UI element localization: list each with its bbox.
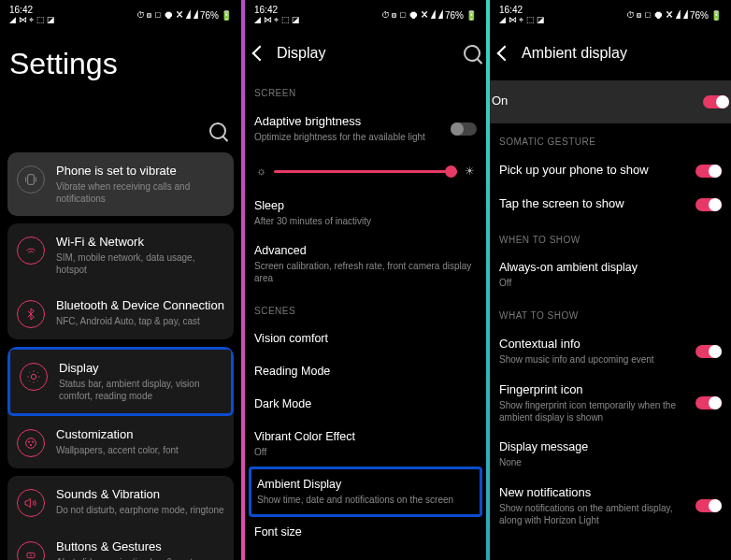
header: Display [245, 30, 486, 75]
vibrate-icon [17, 165, 45, 194]
sleep-row[interactable]: SleepAfter 30 minutes of inactivity [252, 191, 479, 236]
contextual-row[interactable]: Contextual infoShow music info and upcom… [497, 328, 724, 374]
brightness-slider-row: ☼ ☀ [252, 151, 479, 191]
bluetooth-icon [17, 300, 45, 328]
gestures-icon [17, 541, 45, 560]
buttons-row[interactable]: Buttons & GesturesAlert slider, navigati… [7, 528, 234, 560]
svg-point-5 [30, 444, 31, 445]
customization-icon [17, 429, 45, 457]
display-row[interactable]: DisplayStatus bar, ambient display, visi… [7, 347, 234, 416]
sounds-row[interactable]: Sounds & VibrationDo not disturb, earpho… [7, 476, 234, 528]
on-toggle-row[interactable]: On [490, 80, 731, 123]
customization-row[interactable]: CustomizationWallpapers, accent color, f… [7, 416, 234, 468]
search-icon[interactable] [209, 122, 226, 139]
back-icon[interactable] [252, 46, 268, 62]
display-screen: 16:42 ◢ ⋈ ⌖ ⬚ ◪ ⏱ ▧ ⬚ ⯃ ✕ ◢ ◢ 76%🔋 Displ… [245, 0, 486, 560]
ambient-display-row[interactable]: Ambient DisplayShow time, date and notif… [249, 467, 482, 517]
display-message-row[interactable]: Display messageNone [497, 432, 724, 477]
wifi-icon [17, 237, 45, 265]
brightness-slider[interactable] [274, 170, 457, 173]
svg-point-2 [26, 438, 36, 449]
notifications-toggle[interactable] [695, 499, 722, 512]
sun-low-icon: ☼ [256, 165, 266, 178]
settings-screen: 16:42 ◢ ⋈ ⌖ ⬚ ◪ ⏱ ▧ ⬚ ⯃ ✕ ◢ ◢ 76%🔋 Setti… [0, 0, 241, 560]
display-icon [20, 363, 48, 391]
svg-point-3 [28, 441, 29, 442]
always-on-row[interactable]: Always-on ambient displayOff [497, 252, 724, 297]
adaptive-brightness-row[interactable]: Adaptive brightnessOptimize brightness f… [252, 106, 479, 151]
svg-point-1 [31, 374, 36, 379]
back-icon[interactable] [497, 46, 513, 62]
bluetooth-row[interactable]: Bluetooth & Device ConnectionNFC, Androi… [7, 287, 234, 339]
ambient-display-screen: 16:42 ◢ ⋈ ⌖ ⬚ ◪ ⏱ ▧ ⬚ ⯃ ✕ ◢ ◢ 76%🔋 Ambie… [490, 0, 731, 560]
svg-point-4 [32, 441, 33, 442]
pickup-row[interactable]: Pick up your phone to show [497, 154, 724, 188]
header: Ambient display [490, 30, 731, 75]
new-notifications-row[interactable]: New notificationsShow notifications on t… [497, 477, 724, 535]
font-size-row[interactable]: Font size [252, 517, 479, 550]
on-toggle[interactable] [703, 95, 729, 108]
fingerprint-row[interactable]: Fingerprint iconShow fingerprint icon te… [497, 374, 724, 432]
vision-comfort-row[interactable]: Vision comfort [252, 323, 479, 356]
wifi-row[interactable]: Wi-Fi & NetworkSIM, mobile network, data… [7, 223, 234, 287]
reading-mode-row[interactable]: Reading Mode [252, 356, 479, 389]
tap-toggle[interactable] [695, 198, 722, 211]
svg-rect-0 [28, 175, 35, 185]
sun-high-icon: ☀ [465, 165, 475, 178]
advanced-row[interactable]: AdvancedScreen calibration, refresh rate… [252, 236, 479, 293]
pickup-toggle[interactable] [695, 165, 722, 178]
status-bar: 16:42 ◢ ⋈ ⌖ ⬚ ◪ ⏱ ▧ ⬚ ⯃ ✕ ◢ ◢ 76%🔋 [0, 0, 241, 30]
status-bar: 16:42 ◢ ⋈ ⌖ ⬚ ◪ ⏱ ▧ ⬚ ⯃ ✕ ◢ ◢ 76%🔋 [490, 0, 731, 30]
sound-icon [17, 489, 45, 517]
search-icon[interactable] [464, 45, 480, 62]
vibrant-color-row[interactable]: Vibrant Color EffectOff [252, 422, 479, 467]
fingerprint-toggle[interactable] [695, 396, 722, 409]
tap-row[interactable]: Tap the screen to show [497, 188, 724, 222]
adaptive-toggle[interactable] [451, 122, 477, 136]
status-bar: 16:42 ◢ ⋈ ⌖ ⬚ ◪ ⏱ ▧ ⬚ ⯃ ✕ ◢ ◢ 76%🔋 [245, 0, 486, 30]
contextual-toggle[interactable] [695, 345, 722, 358]
dark-mode-row[interactable]: Dark Mode [252, 389, 479, 422]
vibrate-banner[interactable]: Phone is set to vibrateVibrate when rece… [7, 152, 234, 216]
page-title: Settings [7, 30, 234, 119]
